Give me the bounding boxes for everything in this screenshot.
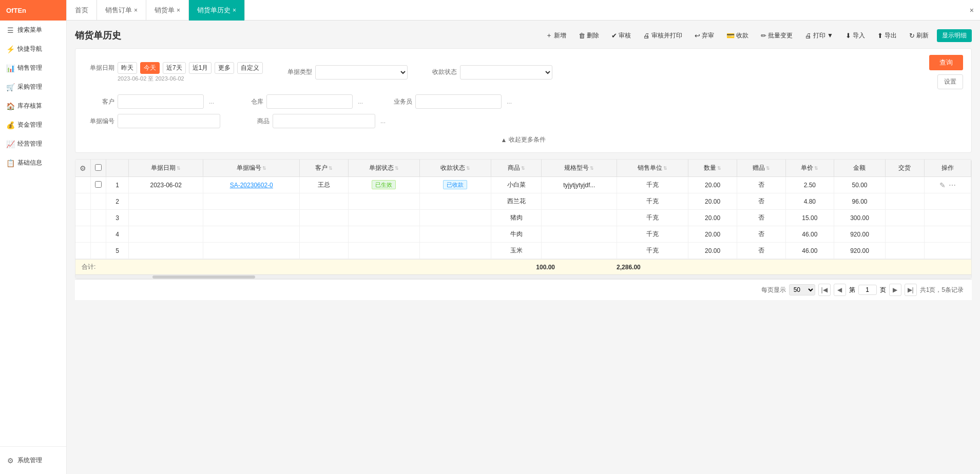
cell-doc-no[interactable] <box>203 226 300 243</box>
sidebar-item-search-menu[interactable]: ☰ 搜索菜单 <box>0 21 66 40</box>
th-action: 操作 <box>924 160 971 177</box>
warehouse-input[interactable] <box>266 94 353 109</box>
th-setting[interactable]: ⚙ <box>75 160 91 177</box>
page-size-select[interactable]: 50 20 100 <box>789 284 815 295</box>
warehouse-dots[interactable]: ... <box>358 98 363 105</box>
cell-check[interactable] <box>91 226 106 243</box>
cell-check[interactable] <box>91 193 106 210</box>
customer-dots[interactable]: ... <box>209 98 214 105</box>
cell-doc-status <box>348 226 419 243</box>
unit-sort-icon: ⇅ <box>663 166 667 171</box>
th-amount[interactable]: 金额 <box>834 160 886 177</box>
tab-sales-history[interactable]: 销货单历史 × <box>189 0 245 21</box>
th-goods[interactable]: 商品 ⇅ <box>491 160 542 177</box>
scrollbar-thumb[interactable] <box>152 275 255 279</box>
sidebar-item-system[interactable]: ⚙ 系统管理 <box>0 451 66 470</box>
sidebar-item-inventory[interactable]: 🏠 库存核算 <box>0 96 66 115</box>
cell-doc-no[interactable]: SA-20230602-0 <box>203 177 300 193</box>
new-button[interactable]: ＋ 新增 <box>542 29 570 42</box>
th-payment-status[interactable]: 收款状态 ⇅ <box>419 160 491 177</box>
more-icon[interactable]: ⋯ <box>949 181 956 189</box>
sidebar-item-basic-info[interactable]: 📋 基础信息 <box>0 153 66 172</box>
cell-doc-no[interactable] <box>203 193 300 210</box>
agent-dots[interactable]: ... <box>507 98 512 105</box>
warehouse-label: 仓库 <box>233 97 263 106</box>
collect-button[interactable]: 💳 收款 <box>722 29 753 42</box>
audit-print-button[interactable]: 🖨 审核并打印 <box>639 29 686 42</box>
collapse-button[interactable]: ▲ 收起更多条件 <box>84 133 963 146</box>
customer-input[interactable] <box>118 94 204 109</box>
doc-type-select[interactable] <box>315 65 408 80</box>
select-all-checkbox[interactable] <box>95 164 102 171</box>
th-doc-status[interactable]: 单据状态 ⇅ <box>348 160 419 177</box>
page-label: 第 <box>849 286 855 294</box>
row-checkbox[interactable] <box>95 181 102 188</box>
th-check[interactable] <box>91 160 106 177</box>
date-btn-more[interactable]: 更多 <box>215 62 234 74</box>
query-button[interactable]: 查询 <box>929 55 963 70</box>
th-doc-date[interactable]: 单据日期 ⇅ <box>128 160 203 177</box>
payment-status-select[interactable] <box>460 65 552 80</box>
print-button[interactable]: 🖨 打印 ▼ <box>801 29 837 42</box>
cell-check[interactable] <box>91 177 106 193</box>
th-spec[interactable]: 规格型号 ⇅ <box>542 160 617 177</box>
doc-no-link[interactable]: SA-20230602-0 <box>230 182 273 189</box>
cell-doc-status <box>348 210 419 226</box>
date-btn-today[interactable]: 今天 <box>140 62 160 74</box>
cell-doc-no[interactable] <box>203 210 300 226</box>
sidebar-item-operation[interactable]: 📈 经营管理 <box>0 134 66 153</box>
cell-goods: 小白菜 <box>491 177 542 193</box>
set-button[interactable]: 设置 <box>937 74 963 89</box>
cell-check[interactable] <box>91 210 106 226</box>
tab-sales-history-close[interactable]: × <box>233 7 236 14</box>
page-title: 销货单历史 <box>75 29 121 42</box>
tab-sales-goods-close[interactable]: × <box>177 7 180 14</box>
th-customer[interactable]: 客户 ⇅ <box>300 160 349 177</box>
date-btn-7days[interactable]: 近7天 <box>163 62 186 74</box>
th-gift[interactable]: 赠品 ⇅ <box>737 160 785 177</box>
th-transaction[interactable]: 交货 <box>885 160 924 177</box>
date-btn-1month[interactable]: 近1月 <box>189 62 212 74</box>
agent-input[interactable] <box>415 94 502 109</box>
display-button[interactable]: 显示明细 <box>937 29 972 42</box>
import-button[interactable]: ⬇ 导入 <box>841 29 869 42</box>
abandon-button[interactable]: ↩ 弃审 <box>690 29 718 42</box>
page-prev-button[interactable]: ◀ <box>834 284 846 296</box>
th-doc-no[interactable]: 单据编号 ⇅ <box>203 160 300 177</box>
batch-change-button[interactable]: ✏ 批量变更 <box>757 29 797 42</box>
export-button[interactable]: ⬆ 导出 <box>873 29 901 42</box>
tab-bar: 首页 销售订单 × 销货单 × 销货单历史 × × <box>67 0 980 21</box>
tab-bar-close-all[interactable]: × <box>964 6 980 14</box>
th-qty[interactable]: 数量 ⇅ <box>688 160 737 177</box>
edit-icon[interactable]: ✎ <box>939 181 946 189</box>
tab-home[interactable]: 首页 <box>67 0 97 21</box>
goods-dots[interactable]: ... <box>380 117 386 125</box>
date-btn-custom[interactable]: 自定义 <box>237 62 263 74</box>
tab-sales-order-close[interactable]: × <box>134 7 138 14</box>
page-next-button[interactable]: ▶ <box>889 284 901 296</box>
delete-button[interactable]: 🗑 删除 <box>574 29 603 42</box>
horizontal-scrollbar[interactable] <box>75 274 971 279</box>
page-input[interactable] <box>858 285 877 295</box>
tab-sales-order[interactable]: 销售订单 × <box>97 0 146 21</box>
date-btn-yesterday[interactable]: 昨天 <box>118 62 137 74</box>
cell-check[interactable] <box>91 243 106 259</box>
setting-icon[interactable]: ⚙ <box>80 164 86 172</box>
goods-input[interactable] <box>273 114 375 128</box>
summary-label: 合计: <box>82 263 95 271</box>
page-last-button[interactable]: ▶| <box>905 284 917 296</box>
sidebar-item-purchase-mgmt[interactable]: 🛒 采购管理 <box>0 77 66 96</box>
audit-button[interactable]: ✔ 审核 <box>607 29 635 42</box>
tab-sales-goods[interactable]: 销货单 × <box>146 0 189 21</box>
doc-no-input[interactable] <box>118 114 220 128</box>
table-header-row: ⚙ 单据日期 ⇅ <box>75 160 971 177</box>
refresh-button[interactable]: ↻ 刷新 <box>905 29 933 42</box>
sidebar-item-sales-mgmt[interactable]: 📊 销售管理 <box>0 58 66 77</box>
cell-doc-no[interactable] <box>203 243 300 259</box>
page-first-button[interactable]: |◀ <box>818 284 831 296</box>
sidebar-item-finance[interactable]: 💰 资金管理 <box>0 115 66 134</box>
th-unit[interactable]: 销售单位 ⇅ <box>617 160 688 177</box>
cell-payment-status <box>419 193 491 210</box>
sidebar-item-quick-nav[interactable]: ⚡ 快捷导航 <box>0 40 66 58</box>
th-unit-price[interactable]: 单价 ⇅ <box>785 160 834 177</box>
